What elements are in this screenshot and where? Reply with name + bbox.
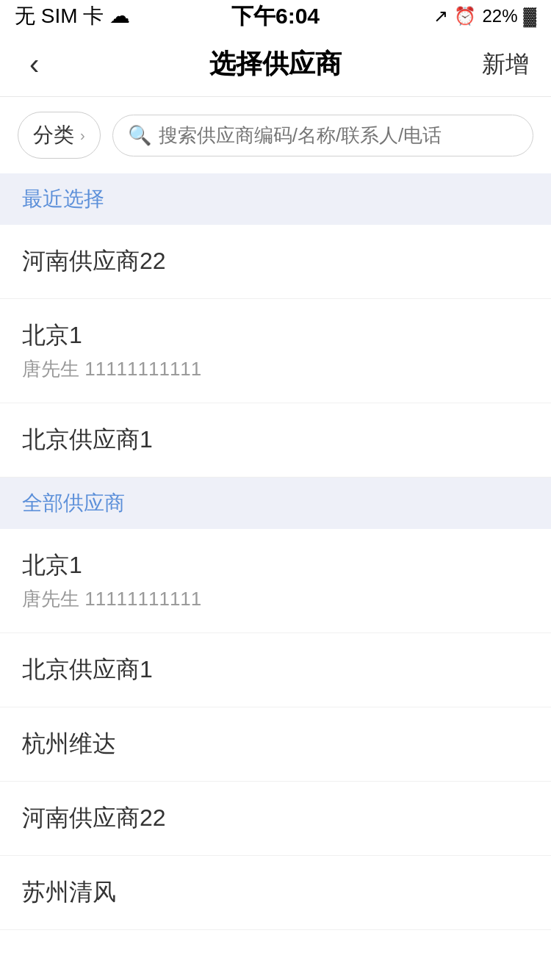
status-right: ↗ ⏰ 22% ▓ bbox=[433, 6, 536, 26]
item-name: 苏州清风 bbox=[22, 876, 529, 909]
list-item[interactable]: 北京供应商1 bbox=[0, 403, 551, 478]
chevron-right-icon: › bbox=[80, 127, 85, 144]
item-name: 河南供应商22 bbox=[22, 802, 529, 835]
list-item[interactable]: 北京1唐先生 11111111111 bbox=[0, 299, 551, 403]
list-item[interactable]: 北京供应商1 bbox=[0, 633, 551, 707]
nav-bar: ‹ 选择供应商 新增 bbox=[0, 32, 551, 97]
item-name: 北京1 bbox=[22, 550, 529, 582]
search-input[interactable] bbox=[159, 124, 518, 147]
status-left: 无 SIM 卡 ☁ bbox=[15, 2, 130, 30]
item-name: 北京供应商1 bbox=[22, 424, 529, 456]
battery-icon: ▓ bbox=[524, 6, 537, 26]
item-name: 北京1 bbox=[22, 320, 529, 352]
item-name: 北京供应商1 bbox=[22, 654, 529, 686]
search-icon: 🔍 bbox=[128, 124, 151, 147]
list-item[interactable]: 北京1唐先生 11111111111 bbox=[0, 529, 551, 633]
item-name: 杭州维达 bbox=[22, 728, 529, 760]
all-section-header: 全部供应商 bbox=[0, 478, 551, 529]
list-item[interactable]: 河南供应商22 bbox=[0, 225, 551, 299]
status-time: 下午6:04 bbox=[231, 1, 320, 32]
all-list: 北京1唐先生 11111111111北京供应商1杭州维达河南供应商22苏州清风 bbox=[0, 529, 551, 930]
add-button[interactable]: 新增 bbox=[482, 48, 529, 81]
recent-list: 河南供应商22北京1唐先生 11111111111北京供应商1 bbox=[0, 225, 551, 478]
list-item[interactable]: 河南供应商22 bbox=[0, 782, 551, 856]
category-button[interactable]: 分类 › bbox=[18, 112, 101, 159]
search-wrapper: 🔍 bbox=[112, 115, 533, 156]
recent-section-header: 最近选择 bbox=[0, 173, 551, 225]
back-button[interactable]: ‹ bbox=[22, 40, 46, 88]
location-icon: ↗ bbox=[433, 6, 448, 26]
list-item[interactable]: 杭州维达 bbox=[0, 707, 551, 782]
item-sub: 唐先生 11111111111 bbox=[22, 356, 529, 382]
item-sub: 唐先生 11111111111 bbox=[22, 586, 529, 612]
category-label: 分类 bbox=[33, 121, 74, 149]
item-name: 河南供应商22 bbox=[22, 245, 529, 278]
alarm-icon: ⏰ bbox=[454, 6, 476, 26]
status-bar: 无 SIM 卡 ☁ 下午6:04 ↗ ⏰ 22% ▓ bbox=[0, 0, 551, 32]
sim-label: 无 SIM 卡 ☁ bbox=[15, 2, 130, 30]
search-bar: 分类 › 🔍 bbox=[0, 97, 551, 173]
list-item[interactable]: 苏州清风 bbox=[0, 856, 551, 930]
recent-label: 最近选择 bbox=[22, 187, 104, 210]
battery-label: 22% bbox=[482, 6, 517, 26]
all-label: 全部供应商 bbox=[22, 491, 125, 514]
page-title: 选择供应商 bbox=[209, 46, 342, 82]
